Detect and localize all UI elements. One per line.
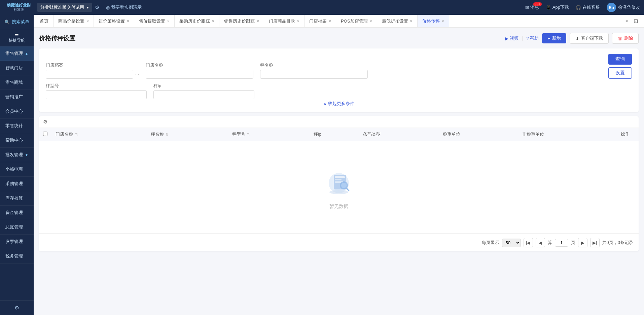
sidebar-item-marketing[interactable]: 营销推广 [0,90,34,104]
sort-icon[interactable]: ⇅ [166,132,169,136]
app-download-button[interactable]: 📱 App下载 [546,4,569,10]
tab-close-icon[interactable]: × [86,19,89,24]
sidebar-item-label: 小畅电商 [5,166,23,172]
svg-point-1 [329,190,348,194]
per-page-select[interactable]: 50 20 100 [502,239,521,247]
tab-min-discount[interactable]: 最低折扣设置 × [377,15,418,28]
store-name-input[interactable] [146,70,253,79]
collapse-row: ∧ 收起更多条件 [46,101,632,107]
add-button[interactable]: + 新增 [542,33,566,43]
query-button[interactable]: 查询 [608,54,632,65]
sidebar-item-wholesale[interactable]: 批发管理 ▼ [0,148,34,162]
tab-sale-history[interactable]: 销售历史价跟踪 × [219,15,264,28]
sidebar-item-label: 会员中心 [5,108,23,114]
tab-home[interactable]: 首页 [35,15,53,28]
page-number-input[interactable] [555,239,568,247]
scale-ip-input[interactable] [153,90,254,99]
filter-store-name: 门店名称 [146,62,253,79]
table-settings-icon[interactable]: ⚙ [43,119,47,125]
tab-close-icon[interactable]: × [257,19,259,24]
sidebar-item-retail-stats[interactable]: 零售统计 [0,119,34,133]
sidebar-item-purchase[interactable]: 采购管理 [0,177,34,191]
sidebar-item-label: 总账管理 [5,224,23,230]
tab-close-icon[interactable]: × [370,19,372,24]
tab-close-icon[interactable]: × [297,19,299,24]
filter-card: 门店档案 ··· 门店名称 秤名称 [39,48,639,112]
tab-sale-extract[interactable]: 售价提取设置 × [134,15,175,28]
sort-icon[interactable]: ⇅ [75,132,78,136]
sidebar-item-invoice[interactable]: 发票管理 [0,235,34,249]
tab-store-file[interactable]: 门店档案 × [305,15,336,28]
sidebar-search[interactable]: 🔍 搜索菜单 [0,15,34,29]
version-selector[interactable]: 好业财标准版交付试用 ▾ [37,3,92,12]
filter-scale-name-label: 秤名称 [260,62,368,68]
online-service-button[interactable]: 🎧 在线客服 [576,4,600,10]
sidebar-item-smart-store[interactable]: 智慧门店 [0,61,34,75]
scale-model-input[interactable] [46,90,147,99]
tab-purchase-strategy[interactable]: 进价策略设置 × [94,15,134,28]
sidebar-item-finance[interactable]: 资金管理 [0,206,34,220]
select-all-checkbox[interactable] [43,132,47,136]
settings-icon[interactable]: ⚙ [95,4,99,10]
message-badge: 99+ [533,2,542,6]
tab-bar: 首页 商品价格设置 × 进价策略设置 × 售价提取设置 × 采购历史价跟踪 × … [34,15,644,28]
tab-close-icon[interactable]: × [442,19,444,24]
sidebar-item-help[interactable]: 帮助中心 [0,133,34,148]
chevron-up-icon: ∧ [323,101,327,106]
first-page-button[interactable]: |◀ [524,238,533,247]
tab-close-icon[interactable]: × [127,19,129,24]
total-label: 共0页，0条记录 [602,240,633,246]
prev-page-button[interactable]: ◀ [536,238,545,247]
close-tab-button[interactable]: × [623,18,630,25]
video-link[interactable]: ▶ 视频 [505,35,518,41]
set-button[interactable]: 设置 [608,67,632,79]
download-button[interactable]: ⬇ 客户端下载 [570,33,609,44]
sidebar-item-retail-mall[interactable]: 零售商城 [0,75,34,90]
filter-store-file: 门店档案 ··· [46,62,139,79]
empty-illustration [322,165,356,198]
sidebar-item-ecommerce[interactable]: 小畅电商 [0,162,34,177]
sidebar-quick-nav[interactable]: ☰ 快捷导航 [0,29,34,46]
filter-scale-model-label: 秤型号 [46,83,147,89]
help-link[interactable]: ? 帮助 [526,35,539,41]
demo-icon: ◎ [106,5,110,10]
filter-store-file-label: 门店档案 [46,62,139,68]
top-bar-right: ✉ 消息 99+ 📱 App下载 🎧 在线客服 Ea 徐泽华修改 [525,3,640,12]
next-page-button[interactable]: ▶ [578,238,587,247]
svg-rect-4 [335,179,342,180]
store-file-input[interactable] [46,70,133,79]
page-label: 算 [548,240,552,246]
sidebar-item-ledger[interactable]: 总账管理 [0,220,34,235]
tab-price-scale[interactable]: 价格传秤 × [418,15,449,28]
sidebar-gear-icon[interactable]: ⚙ [14,305,19,311]
delete-button[interactable]: 🗑 删除 [612,33,639,44]
tab-close-icon[interactable]: × [212,19,214,24]
tab-close-icon[interactable]: × [167,19,170,24]
sidebar-item-label: 零售统计 [5,123,23,129]
content-area: 首页 商品价格设置 × 进价策略设置 × 售价提取设置 × 采购历史价跟踪 × … [34,15,644,315]
scale-name-input[interactable] [260,70,368,79]
tab-purchase-history[interactable]: 采购历史价跟踪 × [175,15,219,28]
store-file-dots-icon[interactable]: ··· [135,72,139,77]
tab-close-icon[interactable]: × [410,19,413,24]
user-name: 徐泽华修改 [618,4,640,10]
demo-link[interactable]: ◎ 我要看实例演示 [105,4,142,10]
svg-rect-3 [335,176,345,178]
sidebar-item-inventory[interactable]: 库存核算 [0,191,34,206]
sidebar-item-retail[interactable]: 零售管理 ▲ [0,46,34,61]
expand-tab-button[interactable]: ⊡ [632,17,640,25]
tab-close-icon[interactable]: × [329,19,331,24]
sidebar-item-tax[interactable]: 税务管理 [0,249,34,264]
tab-store-catalog[interactable]: 门店商品目录 × [264,15,305,28]
filter-scale-model: 秤型号 [46,83,147,99]
collapse-button[interactable]: ∧ 收起更多条件 [323,101,354,107]
sort-icon[interactable]: ⇅ [247,132,250,136]
tab-pos-encryption[interactable]: POS加密管理 × [336,15,377,28]
tab-price-setting[interactable]: 商品价格设置 × [53,15,94,28]
sidebar-item-member[interactable]: 会员中心 [0,104,34,119]
filter-scale-ip-label: 秤ip [153,83,254,89]
message-button[interactable]: ✉ 消息 99+ [525,4,539,10]
user-menu[interactable]: Ea 徐泽华修改 [607,3,640,12]
last-page-button[interactable]: ▶| [590,238,600,247]
app-download-label: App下载 [552,4,569,10]
